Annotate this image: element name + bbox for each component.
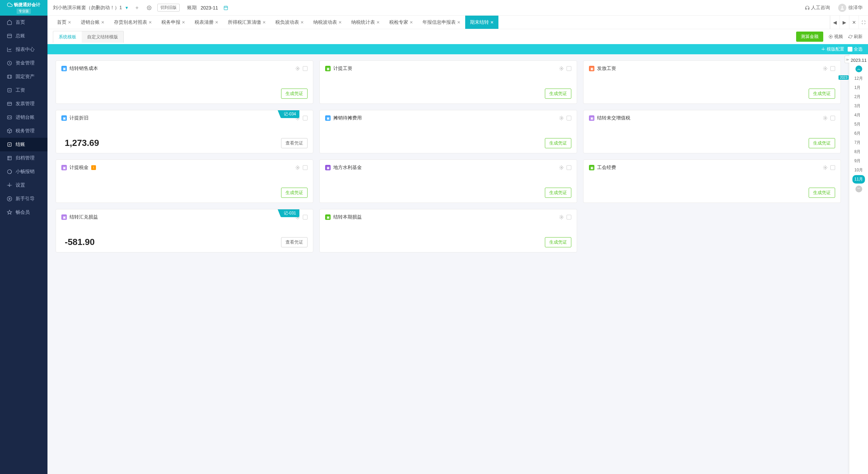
month-item-0[interactable]: 12月 [852, 74, 865, 83]
nav-item-3[interactable]: 资金管理 [0, 56, 47, 70]
user-menu[interactable]: 徐泽华 [838, 4, 863, 12]
month-item-4[interactable]: 4月 [852, 111, 865, 119]
month-item-1[interactable]: 1月 [852, 83, 865, 92]
rail-up-button[interactable]: ︽ [855, 65, 862, 72]
tab-0[interactable]: 首页✕ [52, 16, 76, 29]
card-action-button[interactable]: 生成凭证 [281, 89, 308, 99]
month-item-2[interactable]: 2月 [852, 93, 865, 101]
tab-close-icon[interactable]: ✕ [376, 20, 380, 25]
nav-item-11[interactable]: 小畅报销 [0, 165, 47, 178]
month-item-3[interactable]: 3月 [852, 102, 865, 110]
nav-item-5[interactable]: 工资 [0, 83, 47, 97]
card-settings-button[interactable] [823, 165, 828, 170]
card-checkbox[interactable] [303, 165, 308, 170]
card-action-button[interactable]: 生成凭证 [545, 188, 571, 198]
nav-item-14[interactable]: 畅会员 [0, 206, 47, 219]
nav-item-2[interactable]: 报表中心 [0, 43, 47, 56]
card-action-button[interactable]: 生成凭证 [545, 89, 571, 99]
card-action-button[interactable]: 生成凭证 [809, 138, 835, 148]
tab-close-icon[interactable]: ✕ [410, 20, 413, 25]
card-checkbox[interactable] [567, 165, 571, 170]
select-all-toggle[interactable]: 全选 [848, 46, 863, 52]
card-action-button[interactable]: 生成凭证 [809, 89, 835, 99]
month-item-11[interactable]: 11月 [852, 175, 865, 184]
card-settings-button[interactable] [559, 66, 564, 71]
tab-1[interactable]: 进销台账✕ [76, 16, 109, 29]
template-config-button[interactable]: 模版配置 [821, 46, 844, 52]
month-item-7[interactable]: 7月 [852, 138, 865, 147]
card-checkbox[interactable] [830, 66, 835, 71]
tab-close-icon[interactable]: ✕ [149, 20, 152, 25]
card-checkbox[interactable] [303, 215, 308, 220]
nav-item-7[interactable]: 进销台账 [0, 111, 47, 124]
card-action-button[interactable]: 生成凭证 [281, 188, 308, 198]
tab-10[interactable]: 年报信息申报表✕ [418, 16, 465, 29]
month-item-5[interactable]: 5月 [852, 120, 865, 129]
tab-close-icon[interactable]: ✕ [457, 20, 460, 25]
subtab-1[interactable]: 自定义结转模版 [82, 31, 123, 43]
old-version-button[interactable]: 切到旧版 [157, 4, 180, 12]
add-account-button[interactable] [133, 4, 141, 12]
card-settings-button[interactable] [823, 116, 828, 120]
card-action-button[interactable]: 查看凭证 [281, 237, 308, 247]
nav-item-8[interactable]: 税务管理 [0, 124, 47, 138]
card-checkbox[interactable] [830, 116, 835, 120]
calendar-icon[interactable] [223, 5, 228, 10]
tab-close-icon[interactable]: ✕ [490, 20, 494, 25]
nav-item-4[interactable]: 固定资产 [0, 70, 47, 83]
tab-close-icon[interactable]: ✕ [215, 20, 218, 25]
tab-close-icon[interactable]: ✕ [262, 20, 266, 25]
nav-item-12[interactable]: 设置 [0, 178, 47, 192]
tab-3[interactable]: 税务申报✕ [157, 16, 190, 29]
tabs-close-all-button[interactable]: ✕ [849, 16, 859, 29]
card-checkbox[interactable] [567, 215, 571, 220]
tab-4[interactable]: 税表清册✕ [190, 16, 223, 29]
tab-close-icon[interactable]: ✕ [300, 20, 304, 25]
card-settings-button[interactable] [295, 66, 300, 71]
tabs-next-button[interactable]: ▶ [840, 16, 849, 29]
fullscreen-button[interactable] [859, 16, 868, 29]
card-settings-button[interactable] [559, 165, 564, 170]
card-settings-button[interactable] [559, 116, 564, 120]
card-action-button[interactable]: 查看凭证 [281, 138, 308, 148]
calculate-button[interactable]: 测算金额 [796, 32, 823, 42]
consult-button[interactable]: 人工咨询 [805, 5, 830, 11]
card-checkbox[interactable] [830, 165, 835, 170]
card-checkbox[interactable] [567, 66, 571, 71]
account-settings-button[interactable] [145, 4, 153, 12]
period-value[interactable]: 2023-11 [201, 5, 218, 11]
video-button[interactable]: 视频 [829, 34, 843, 40]
tab-close-icon[interactable]: ✕ [182, 20, 185, 25]
month-item-10[interactable]: 10月 [852, 166, 865, 174]
tab-close-icon[interactable]: ✕ [338, 20, 342, 25]
card-checkbox[interactable] [303, 116, 308, 120]
card-action-button[interactable]: 生成凭证 [545, 237, 571, 247]
refresh-button[interactable]: 刷新 [848, 34, 863, 40]
card-action-button[interactable]: 生成凭证 [545, 138, 571, 148]
card-settings-button[interactable] [295, 165, 300, 170]
card-action-button[interactable]: 生成凭证 [809, 188, 835, 198]
tab-6[interactable]: 税负波动表✕ [271, 16, 309, 29]
tab-close-icon[interactable]: ✕ [68, 20, 71, 25]
tab-7[interactable]: 纳税波动表✕ [309, 16, 347, 29]
logo[interactable]: 畅捷通好会计 专业版 [0, 0, 47, 16]
tab-9[interactable]: 税检专家✕ [384, 16, 418, 29]
tabs-prev-button[interactable]: ◀ [830, 16, 840, 29]
month-item-9[interactable]: 9月 [852, 157, 865, 165]
subtab-0[interactable]: 系统模板 [53, 31, 82, 43]
nav-item-0[interactable]: 首页 [0, 16, 47, 29]
nav-item-9[interactable]: 结账 [0, 138, 47, 151]
nav-item-1[interactable]: 总账 [0, 29, 47, 43]
tab-close-icon[interactable]: ✕ [101, 20, 104, 25]
nav-item-6[interactable]: 发票管理 [0, 97, 47, 111]
card-settings-button[interactable] [823, 66, 828, 71]
month-item-6[interactable]: 6月 [852, 129, 865, 138]
tab-8[interactable]: 纳税统计表✕ [347, 16, 384, 29]
select-all-checkbox[interactable] [848, 47, 852, 52]
tab-11[interactable]: 期末结转✕ [465, 16, 498, 29]
tab-2[interactable]: 存货别名对照表✕ [109, 16, 157, 29]
rail-down-button[interactable]: ︾ [855, 186, 862, 192]
card-settings-button[interactable] [559, 215, 564, 220]
nav-item-10[interactable]: 归档管理 [0, 151, 47, 165]
rail-expand-button[interactable]: ≫ [845, 56, 849, 63]
